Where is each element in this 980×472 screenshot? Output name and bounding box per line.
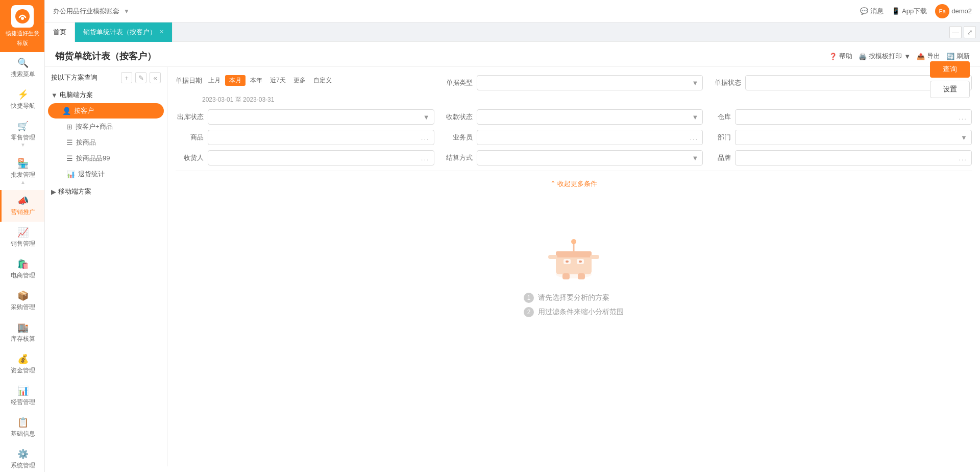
department-label: 部门 — [713, 133, 731, 142]
customer-product-icon: ⊞ — [66, 123, 72, 131]
topbar: 办公用品行业模拟账套 ▼ 💬 消息 📱 App下载 Ea demo2 — [45, 0, 980, 22]
sidebar-item-sales[interactable]: 📈 销售管理 — [0, 222, 44, 253]
user-area[interactable]: Ea demo2 — [935, 4, 972, 18]
tab-minimize-btn[interactable]: — — [949, 26, 962, 38]
message-btn[interactable]: 💬 消息 — [860, 7, 884, 16]
ship-status-select[interactable]: ▼ — [208, 109, 434, 125]
help-btn[interactable]: ❓ 帮助 — [829, 52, 852, 61]
sidebar-item-search-label: 搜索菜单 — [11, 70, 35, 79]
tab-maximize-btn[interactable]: ⤢ — [964, 26, 976, 38]
logo-area[interactable]: 畅捷通好生意 标版 — [0, 0, 44, 52]
svg-point-1 — [21, 17, 24, 20]
scheme-item-customer-product[interactable]: ⊞ 按客户+商品 — [48, 119, 164, 134]
tab-close-icon[interactable]: ✕ — [159, 29, 164, 35]
sidebar-item-business[interactable]: 📊 经营管理 — [0, 380, 44, 412]
warehouse-select[interactable]: ... — [735, 109, 972, 125]
app-download-btn[interactable]: 📱 App下载 — [892, 7, 927, 16]
recipient-dots: ... — [421, 154, 430, 162]
brand-select[interactable]: ... — [735, 150, 972, 166]
scheme-customer-product-label: 按客户+商品 — [76, 122, 113, 131]
avatar: Ea — [935, 4, 949, 18]
sidebar-item-search[interactable]: 🔍 搜索菜单 — [0, 52, 44, 84]
brand-filter: 品牌 ... — [713, 150, 972, 166]
action-buttons: 查询 设置 — [930, 67, 970, 98]
salesperson-dots: ... — [690, 134, 698, 141]
collapse-panel-btn[interactable]: « — [150, 72, 161, 83]
refresh-btn[interactable]: 🔄 刷新 — [946, 52, 970, 61]
sidebar-item-purchase-label: 采购管理 — [11, 303, 35, 312]
salesperson-select[interactable]: ... — [477, 130, 703, 145]
mobile-group-header[interactable]: ▶ 移动端方案 — [45, 184, 167, 199]
page-actions: ❓ 帮助 🖨️ 按模板打印 ▼ 📤 导出 🔄 刷新 — [829, 52, 970, 61]
scheme-item-by-product[interactable]: ☰ 按商品 — [48, 135, 164, 150]
date-tab-7days[interactable]: 近7天 — [267, 75, 289, 86]
tab-sales-stat[interactable]: 销货单统计表（按客户） ✕ — [75, 22, 173, 42]
date-tab-custom[interactable]: 自定义 — [310, 75, 335, 86]
sidebar-item-ecommerce[interactable]: 🛍️ 电商管理 — [0, 253, 44, 285]
export-icon: 📤 — [917, 53, 925, 60]
content-wrapper: 按以下方案查询 + ✎ « — [45, 67, 980, 466]
order-type-arrow-icon: ▼ — [692, 79, 698, 87]
svg-rect-11 — [548, 255, 557, 259]
department-select[interactable]: ▼ — [735, 130, 972, 145]
sidebar-item-wholesale[interactable]: 🏪 批发管理 ▲ — [0, 153, 44, 190]
svg-point-10 — [571, 239, 576, 244]
template-print-btn[interactable]: 🖨️ 按模板打印 ▼ — [859, 52, 911, 61]
customer-scheme-icon: 👤 — [62, 107, 71, 115]
username: demo2 — [951, 7, 972, 15]
sidebar-item-quicknav[interactable]: ⚡ 快捷导航 — [0, 84, 44, 115]
sidebar: 畅捷通好生意 标版 🔍 搜索菜单 ⚡ 快捷导航 🛒 零售管理 ▼ 🏪 批发管理 … — [0, 0, 45, 472]
edit-scheme-btn[interactable]: ✎ — [135, 72, 146, 83]
mobile-expand-icon: ▶ — [51, 188, 56, 196]
sidebar-item-marketing-label: 营销推广 — [11, 208, 35, 217]
department-filter: 部门 ▼ — [713, 130, 972, 145]
sidebar-item-basic[interactable]: 📋 基础信息 — [0, 412, 44, 443]
export-btn[interactable]: 📤 导出 — [917, 52, 940, 61]
panel-header: 按以下方案查询 + ✎ « — [45, 72, 167, 87]
collapse-conditions-btn[interactable]: ⌃ 收起更多条件 — [176, 175, 972, 193]
date-tab-last-month[interactable]: 上月 — [205, 75, 224, 86]
settlement-filter: 结算方式 ▼ — [445, 150, 703, 166]
tab-home[interactable]: 首页 — [45, 22, 75, 42]
by-product-icon: ☰ — [66, 138, 73, 147]
date-range-display: 2023-03-01 至 2023-03-31 — [202, 96, 274, 103]
date-tab-more[interactable]: 更多 — [290, 75, 309, 86]
desktop-group-label: 电脑端方案 — [60, 90, 93, 100]
payment-status-select[interactable]: ▼ — [477, 109, 703, 125]
product-select[interactable]: ... — [208, 130, 434, 145]
page-title: 销货单统计表（按客户） — [55, 50, 156, 62]
sidebar-item-inventory[interactable]: 🏬 库存核算 — [0, 317, 44, 348]
quicknav-icon: ⚡ — [17, 89, 29, 100]
query-btn[interactable]: 查询 — [930, 67, 970, 78]
recipient-filter: 收货人 ... — [176, 150, 434, 166]
sidebar-item-marketing[interactable]: 📣 营销推广 — [0, 190, 44, 222]
warehouse-label: 仓库 — [713, 112, 731, 122]
collapse-label: 收起更多条件 — [557, 180, 597, 187]
sidebar-item-finance[interactable]: 💰 资金管理 — [0, 348, 44, 380]
sidebar-item-retail[interactable]: 🛒 零售管理 ▼ — [0, 115, 44, 153]
tab-home-label: 首页 — [53, 28, 66, 37]
sidebar-item-system[interactable]: ⚙️ 系统管理 — [0, 443, 44, 472]
scheme-item-by-product-99[interactable]: ☰ 按商品品99 — [48, 151, 164, 166]
date-tab-this-month[interactable]: 本月 — [225, 75, 246, 86]
settlement-select[interactable]: ▼ — [477, 150, 703, 166]
svg-rect-14 — [578, 273, 585, 279]
date-filter-item: 单据日期 上月 本月 本年 近7天 更多 自定义 — [176, 75, 434, 86]
order-type-select[interactable]: ▼ — [477, 75, 703, 90]
scheme-item-by-customer[interactable]: 👤 按客户 — [48, 103, 164, 119]
date-tab-this-year[interactable]: 本年 — [247, 75, 265, 86]
desktop-group-header[interactable]: ▼ 电脑端方案 — [45, 87, 167, 103]
svg-rect-13 — [562, 273, 570, 279]
settings-btn[interactable]: 设置 — [930, 81, 970, 98]
add-scheme-btn[interactable]: + — [121, 72, 132, 83]
scheme-by-product-label: 按商品 — [76, 138, 96, 147]
tabs-bar: 首页 销货单统计表（按客户） ✕ — ⤢ — [45, 22, 980, 42]
recipient-select[interactable]: ... — [208, 150, 434, 166]
payment-status-arrow-icon: ▼ — [692, 113, 698, 121]
product-filter: 商品 ... — [176, 130, 434, 145]
recipient-label: 收货人 — [176, 153, 204, 162]
tip-text-1: 请先选择要分析的方案 — [538, 293, 609, 302]
sidebar-item-purchase[interactable]: 📦 采购管理 — [0, 285, 44, 317]
scheme-item-return-stats[interactable]: 📊 退货统计 — [48, 167, 164, 182]
payment-status-filter: 收款状态 ▼ — [445, 109, 703, 125]
